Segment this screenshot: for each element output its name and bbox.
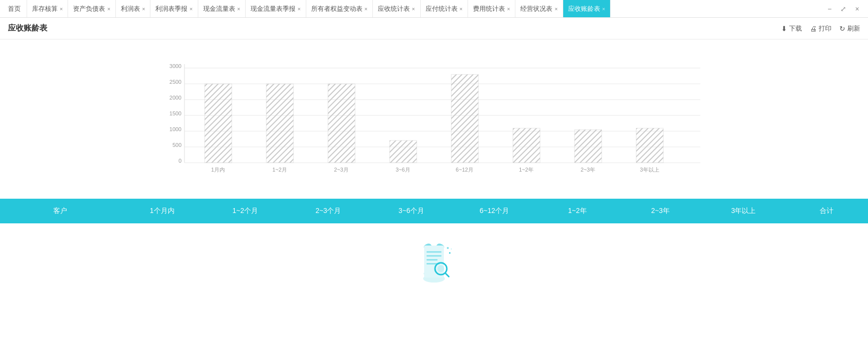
svg-text:1000: 1000 [170,126,181,132]
svg-text:2~3月: 2~3月 [334,167,349,173]
tab-operations[interactable]: 经营状况表 × [515,0,563,18]
svg-text:2~3年: 2~3年 [580,167,595,173]
svg-line-32 [445,273,449,277]
chart-container: 0 500 1000 1500 2000 2500 3000 [15,49,853,189]
window-controls: − ⤢ × [821,4,866,14]
empty-illustration [409,238,459,287]
bar-1-2年 [513,128,540,163]
page-title: 应收账龄表 [8,23,47,34]
main-content: 0 500 1000 1500 2000 2500 3000 [0,39,868,355]
close-balance-tab[interactable]: × [107,6,110,12]
svg-text:1500: 1500 [170,110,181,116]
tab-ar-aging[interactable]: 应收账龄表 × [563,0,611,18]
header-actions: ⬇ 下载 🖨 打印 ↻ 刷新 [781,24,860,33]
maximize-button[interactable]: ⤢ [838,4,848,14]
th-2-3year: 2~3年 [619,207,702,215]
bar-2-3月 [328,84,355,163]
close-profit-quarterly-tab[interactable]: × [189,6,192,12]
refresh-button[interactable]: ↻ 刷新 [839,24,860,33]
tab-ap-stat[interactable]: 应付统计表 × [421,0,468,18]
bar-2-3年 [575,130,602,163]
close-operations-tab[interactable]: × [554,6,557,12]
bar-3年以上 [636,128,663,163]
close-equity-tab[interactable]: × [364,6,367,12]
svg-text:1月内: 1月内 [211,167,225,173]
close-window-button[interactable]: × [852,4,862,14]
svg-text:3~6月: 3~6月 [396,167,410,173]
close-inventory-tab[interactable]: × [60,6,63,12]
th-2-3month: 2~3个月 [287,207,369,215]
refresh-icon: ↻ [839,25,845,33]
th-6-12month: 6~12个月 [453,207,536,215]
tab-equity[interactable]: 所有者权益变动表 × [306,0,373,18]
th-3year-plus: 3年以上 [702,207,785,215]
svg-text:2500: 2500 [170,79,181,85]
close-ap-stat-tab[interactable]: × [460,6,463,12]
tab-expense-stat[interactable]: 费用统计表 × [468,0,515,18]
close-expense-stat-tab[interactable]: × [507,6,510,12]
svg-text:1~2年: 1~2年 [519,167,534,173]
bar-1-2月 [266,84,293,163]
tab-cashflow-quarterly[interactable]: 现金流量表季报 × [246,0,306,18]
svg-text:6~12月: 6~12月 [456,167,473,173]
tab-balance[interactable]: 资产负债表 × [68,0,115,18]
minimize-button[interactable]: − [825,4,834,14]
close-ar-aging-tab[interactable]: × [602,6,605,12]
tab-bar: 首页 库存核算 × 资产负债表 × 利润表 × 利润表季报 × 现金流量表 × … [0,0,868,18]
th-1-2month: 1~2个月 [204,207,287,215]
close-cashflow-quarterly-tab[interactable]: × [297,6,300,12]
tab-ar-stat[interactable]: 应收统计表 × [373,0,420,18]
th-1-2year: 1~2年 [536,207,618,215]
print-icon: 🖨 [810,25,817,33]
bar-chart: 0 500 1000 1500 2000 2500 3000 [15,49,853,187]
print-button[interactable]: 🖨 打印 [810,24,832,33]
bar-1月内 [205,84,232,163]
svg-rect-25 [424,246,444,278]
svg-text:0: 0 [179,158,181,164]
bar-3-6月 [390,141,417,163]
svg-text:3000: 3000 [170,63,181,69]
th-customer: 客户 [0,207,121,215]
close-ar-stat-tab[interactable]: × [412,6,415,12]
th-3-6month: 3~6个月 [370,207,453,215]
svg-point-35 [451,248,452,249]
th-total: 合计 [785,207,868,215]
chart-area: 0 500 1000 1500 2000 2500 3000 [0,39,868,199]
tab-profit[interactable]: 利润表 × [116,0,150,18]
bar-6-12月 [451,74,478,163]
table-header: 客户 1个月内 1~2个月 2~3个月 3~6个月 6~12个月 1~2年 2~… [0,199,868,223]
tab-home[interactable]: 首页 [2,0,27,18]
svg-text:1~2月: 1~2月 [272,167,287,173]
empty-state [0,223,868,355]
svg-text:500: 500 [173,142,181,148]
tab-cashflow[interactable]: 现金流量表 × [198,0,246,18]
page-header: 应收账龄表 ⬇ 下载 🖨 打印 ↻ 刷新 [0,18,868,39]
tab-inventory[interactable]: 库存核算 × [27,0,68,18]
close-cashflow-tab[interactable]: × [237,6,240,12]
svg-text:2000: 2000 [170,95,181,101]
download-button[interactable]: ⬇ 下载 [781,24,802,33]
svg-point-31 [437,265,444,272]
tab-profit-quarterly[interactable]: 利润表季报 × [150,0,198,18]
svg-point-33 [447,247,449,249]
svg-point-34 [449,252,451,254]
download-icon: ⬇ [781,25,787,33]
close-profit-tab[interactable]: × [142,6,145,12]
th-1month: 1个月内 [121,207,204,215]
svg-text:3年以上: 3年以上 [640,167,659,173]
